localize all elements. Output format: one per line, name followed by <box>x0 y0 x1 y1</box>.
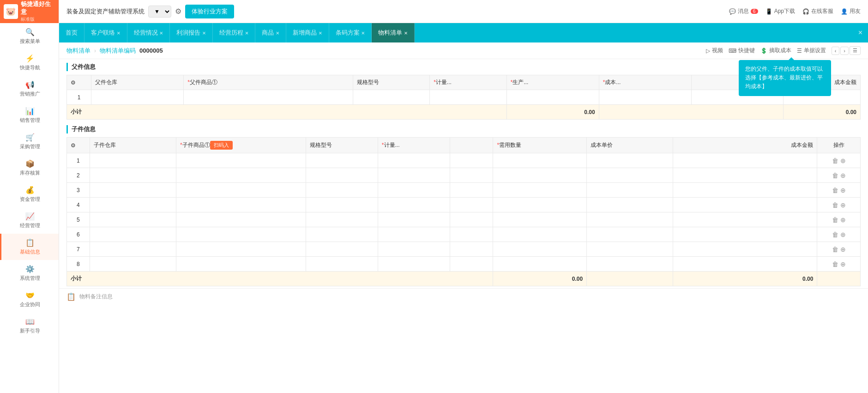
copy-icon-6[interactable]: ⊕ <box>840 231 846 238</box>
copy-icon-2[interactable]: ⊕ <box>840 172 846 179</box>
sidebar-item-basic-info[interactable]: 📋 基础信息 <box>0 234 59 260</box>
child-row-7-goods[interactable] <box>176 242 306 257</box>
child-row-7-unit-cost[interactable] <box>587 242 673 257</box>
tab-history[interactable]: 经营历程 × <box>213 23 256 42</box>
tab-customer-close[interactable]: × <box>117 30 121 36</box>
child-row-3-unit[interactable] <box>378 183 450 198</box>
child-row-6-unit-cost[interactable] <box>587 227 673 242</box>
child-row-6-goods[interactable] <box>176 227 306 242</box>
child-row-6-quantity[interactable] <box>493 227 587 242</box>
gear-button[interactable]: ⚙ <box>175 7 181 16</box>
child-row-8-quantity[interactable] <box>493 257 587 272</box>
system-dropdown[interactable]: ▼ <box>148 6 171 18</box>
child-row-8-unit[interactable] <box>378 257 450 272</box>
delete-icon-7[interactable]: 🗑 <box>832 246 838 253</box>
copy-icon-1[interactable]: ⊕ <box>840 157 846 164</box>
trial-button[interactable]: 体验行业方案 <box>185 5 234 18</box>
view-button[interactable]: ▷ 视频 <box>706 47 723 54</box>
next-page-button[interactable]: › <box>840 47 849 55</box>
delete-icon-6[interactable]: 🗑 <box>832 231 838 238</box>
tab-profit-close[interactable]: × <box>202 30 206 36</box>
tab-bom-close[interactable]: × <box>404 30 408 36</box>
shortcut-button[interactable]: ⌨ 快捷键 <box>729 47 755 54</box>
sidebar-item-marketing[interactable]: 📢 营销推广 <box>0 76 59 102</box>
delete-icon-1[interactable]: 🗑 <box>832 157 838 164</box>
settings-button[interactable]: ☰ 单据设置 <box>797 47 826 54</box>
child-row-1-spec[interactable] <box>306 153 378 168</box>
tab-barcode[interactable]: 条码方案 × <box>329 23 372 42</box>
sidebar-item-enterprise[interactable]: 🤝 企业协同 <box>0 286 59 313</box>
child-row-2-quantity[interactable] <box>493 168 587 183</box>
parent-row-1-goods[interactable] <box>184 90 353 105</box>
tab-operations-close[interactable]: × <box>160 30 163 36</box>
child-row-3-goods[interactable] <box>176 183 306 198</box>
delete-icon-4[interactable]: 🗑 <box>832 201 838 209</box>
tab-goods[interactable]: 商品 × <box>255 23 286 42</box>
tab-home[interactable]: 首页 <box>59 23 84 42</box>
child-row-1-warehouse[interactable] <box>90 153 176 168</box>
tab-history-close[interactable]: × <box>245 30 249 36</box>
child-row-5-warehouse[interactable] <box>90 212 176 227</box>
copy-icon-8[interactable]: ⊕ <box>840 260 846 268</box>
parent-row-1-cost[interactable] <box>599 90 691 105</box>
tab-barcode-close[interactable]: × <box>362 30 365 36</box>
child-row-6-unit[interactable] <box>378 227 450 242</box>
child-row-7-spec[interactable] <box>306 242 378 257</box>
sidebar-item-guide[interactable]: 📖 新手引导 <box>0 313 59 339</box>
tab-bom[interactable]: 物料清单 × <box>372 23 415 42</box>
child-row-4-spec[interactable] <box>306 198 378 212</box>
child-row-4-unit-cost[interactable] <box>587 198 673 212</box>
delete-icon-2[interactable]: 🗑 <box>832 172 838 179</box>
child-row-8-unit-cost[interactable] <box>587 257 673 272</box>
sidebar-item-finance[interactable]: 💰 资金管理 <box>0 181 59 207</box>
child-row-2-spec[interactable] <box>306 168 378 183</box>
child-row-4-unit[interactable] <box>378 198 450 212</box>
child-row-2-unit-cost[interactable] <box>587 168 673 183</box>
child-row-3-warehouse[interactable] <box>90 183 176 198</box>
child-row-3-spec[interactable] <box>306 183 378 198</box>
sidebar-item-sales[interactable]: 📊 销售管理 <box>0 102 59 128</box>
parent-row-1-spec[interactable] <box>353 90 430 105</box>
child-row-7-unit[interactable] <box>378 242 450 257</box>
tab-customer[interactable]: 客户联络 × <box>84 23 127 42</box>
sidebar-item-purchase[interactable]: 🛒 采购管理 <box>0 128 59 155</box>
child-row-7-warehouse[interactable] <box>90 242 176 257</box>
breadcrumb-bom[interactable]: 物料清单 <box>66 47 90 55</box>
tab-new-goods[interactable]: 新增商品 × <box>286 23 329 42</box>
nav-close-button[interactable]: × <box>853 29 868 37</box>
child-row-1-unit[interactable] <box>378 153 450 168</box>
child-row-5-spec[interactable] <box>306 212 378 227</box>
sidebar-item-operations[interactable]: 📈 经营管理 <box>0 207 59 234</box>
child-row-1-goods[interactable] <box>176 153 306 168</box>
child-row-2-unit[interactable] <box>378 168 450 183</box>
copy-icon-4[interactable]: ⊕ <box>840 201 846 209</box>
child-row-8-warehouse[interactable] <box>90 257 176 272</box>
app-download-item[interactable]: 📱 App下载 <box>766 7 795 15</box>
child-row-6-warehouse[interactable] <box>90 227 176 242</box>
parent-row-1-unit[interactable] <box>430 90 507 105</box>
user-item[interactable]: 👤 用友 <box>841 7 861 15</box>
child-row-1-quantity[interactable] <box>493 153 587 168</box>
parent-col-settings[interactable]: ⚙ <box>67 75 91 90</box>
child-row-8-spec[interactable] <box>306 257 378 272</box>
child-row-5-quantity[interactable] <box>493 212 587 227</box>
child-row-2-warehouse[interactable] <box>90 168 176 183</box>
online-support-item[interactable]: 🎧 在线客服 <box>802 7 833 15</box>
cost-button[interactable]: 💲 摘取成本 <box>760 47 791 54</box>
delete-icon-5[interactable]: 🗑 <box>832 216 838 224</box>
parent-row-1-production[interactable] <box>506 90 599 105</box>
list-view-button[interactable]: ☰ <box>850 46 861 55</box>
child-row-2-goods[interactable] <box>176 168 306 183</box>
child-row-7-quantity[interactable] <box>493 242 587 257</box>
child-row-3-unit-cost[interactable] <box>587 183 673 198</box>
child-row-1-unit-cost[interactable] <box>587 153 673 168</box>
copy-icon-7[interactable]: ⊕ <box>840 246 846 253</box>
sidebar-item-inventory[interactable]: 📦 库存核算 <box>0 155 59 181</box>
sidebar-item-search[interactable]: 🔍 搜索菜单 <box>0 23 59 49</box>
parent-row-1-warehouse[interactable] <box>91 90 184 105</box>
child-row-4-goods[interactable] <box>176 198 306 212</box>
child-row-3-quantity[interactable] <box>493 183 587 198</box>
sidebar-item-quicknav[interactable]: ⚡ 快捷导航 <box>0 49 59 76</box>
child-col-settings[interactable]: ⚙ <box>67 138 90 153</box>
child-row-5-unit-cost[interactable] <box>587 212 673 227</box>
